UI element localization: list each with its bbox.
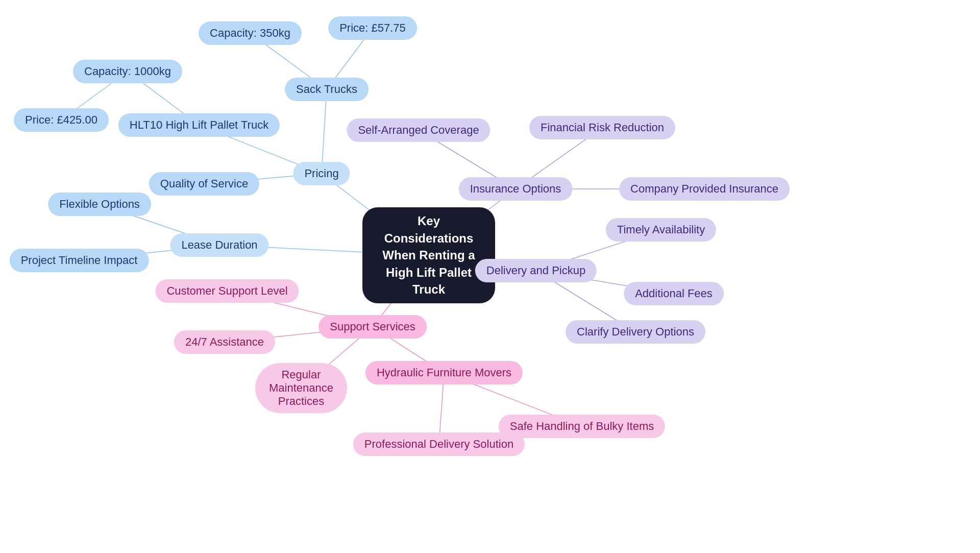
node-maintenance[interactable]: Regular Maintenance Practices [255,363,347,413]
node-company_insurance[interactable]: Company Provided Insurance [619,177,790,201]
node-clarify_delivery[interactable]: Clarify Delivery Options [566,320,705,344]
node-professional_delivery[interactable]: Professional Delivery Solution [353,432,525,456]
node-delivery_pickup[interactable]: Delivery and Pickup [475,259,597,282]
center-node: Key Considerations When Renting a High L… [362,207,495,303]
node-lease_duration[interactable]: Lease Duration [170,233,268,257]
node-price_57[interactable]: Price: £57.75 [328,16,417,40]
node-additional_fees[interactable]: Additional Fees [624,282,724,305]
node-project_timeline[interactable]: Project Timeline Impact [10,249,149,272]
node-support_services[interactable]: Support Services [318,315,427,339]
node-price_425[interactable]: Price: £425.00 [14,108,109,132]
node-timely_availability[interactable]: Timely Availability [606,218,716,242]
node-capacity_1000[interactable]: Capacity: 1000kg [73,60,182,83]
node-capacity_350[interactable]: Capacity: 350kg [199,21,302,45]
node-assistance_24_7[interactable]: 24/7 Assistance [174,330,275,354]
node-quality[interactable]: Quality of Service [149,172,259,196]
node-self_arranged[interactable]: Self-Arranged Coverage [347,118,490,142]
node-financial_risk[interactable]: Financial Risk Reduction [529,116,675,139]
node-sack_trucks[interactable]: Sack Trucks [285,78,369,101]
node-hlt10[interactable]: HLT10 High Lift Pallet Truck [118,113,280,137]
mindmap-container: Key Considerations When Renting a High L… [0,0,980,553]
node-flexible_options[interactable]: Flexible Options [48,193,151,216]
node-hydraulic[interactable]: Hydraulic Furniture Movers [365,361,523,384]
node-pricing[interactable]: Pricing [293,162,350,185]
svg-line-1 [322,89,327,174]
node-insurance_options[interactable]: Insurance Options [459,177,573,201]
node-safe_handling[interactable]: Safe Handling of Bulky Items [499,415,665,438]
node-customer_support[interactable]: Customer Support Level [155,279,299,303]
